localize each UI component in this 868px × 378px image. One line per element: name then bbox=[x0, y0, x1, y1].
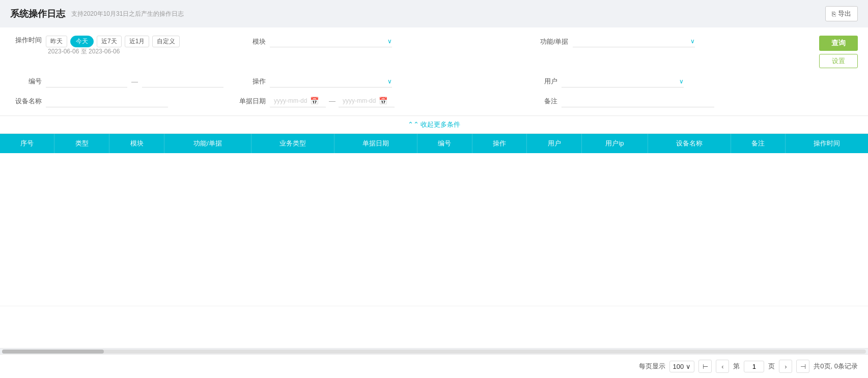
calendar-start-icon[interactable]: 📅 bbox=[310, 97, 319, 105]
operation-select-value bbox=[270, 80, 385, 82]
page-size-value: 100 bbox=[673, 363, 684, 370]
page-header: 系统操作日志 支持2020年10月31日之后产生的操作日志 ⎘ 导出 bbox=[0, 0, 868, 27]
export-button[interactable]: ⎘ 导出 bbox=[825, 6, 858, 21]
doc-date-start-text: yyyy-mm-dd bbox=[274, 97, 307, 104]
scrollbar-thumb[interactable] bbox=[2, 350, 104, 354]
doc-date-end-input[interactable]: yyyy-mm-dd 📅 bbox=[339, 95, 395, 107]
device-label: 设备名称 bbox=[10, 97, 46, 106]
module-chevron-icon: ∨ bbox=[387, 38, 392, 45]
doc-date-end-text: yyyy-mm-dd bbox=[343, 97, 376, 104]
export-label: 导出 bbox=[838, 9, 851, 18]
time-filter: 昨天 今天 近7天 近1月 自定义 2023-06-06 至 2023-06-0… bbox=[46, 36, 180, 56]
operation-select[interactable]: ∨ bbox=[270, 76, 392, 88]
col-seq: 序号 bbox=[0, 134, 54, 153]
prev-page-button[interactable]: ‹ bbox=[716, 360, 729, 373]
code-label: 编号 bbox=[10, 77, 46, 86]
module-select[interactable]: ∨ bbox=[270, 36, 392, 47]
time-btn-today[interactable]: 今天 bbox=[70, 36, 94, 47]
operation-label: 操作 bbox=[234, 77, 270, 86]
remark-label: 备注 bbox=[516, 97, 562, 106]
time-btn-yesterday[interactable]: 昨天 bbox=[46, 36, 67, 47]
total-info: 共0页, 0条记录 bbox=[814, 362, 858, 371]
doc-date-label: 单据日期 bbox=[234, 97, 270, 106]
horizontal-scrollbar[interactable] bbox=[0, 348, 868, 354]
module-label: 模块 bbox=[234, 37, 270, 46]
col-user-ip: 用户ip bbox=[582, 134, 648, 153]
query-button[interactable]: 查询 bbox=[819, 36, 858, 51]
settings-button[interactable]: 设置 bbox=[819, 54, 858, 68]
time-btn-1month[interactable]: 近1月 bbox=[125, 36, 150, 47]
time-range-display: 2023-06-06 至 2023-06-06 bbox=[48, 47, 180, 56]
function-chevron-icon: ∨ bbox=[690, 38, 695, 45]
last-page-button[interactable]: ⊣ bbox=[796, 360, 809, 373]
function-select[interactable]: ∨ bbox=[573, 36, 695, 47]
table-header-row: 序号 类型 模块 功能/单据 业务类型 单据日期 编号 操作 用户 用户ip 设… bbox=[0, 134, 868, 153]
empty-data-area bbox=[0, 153, 868, 306]
time-btn-custom[interactable]: 自定义 bbox=[152, 36, 180, 47]
device-input[interactable] bbox=[46, 95, 168, 107]
col-type: 类型 bbox=[54, 134, 109, 153]
page-word-label: 第 bbox=[733, 362, 740, 371]
function-label: 功能/单据 bbox=[527, 37, 573, 46]
action-buttons: 查询 设置 bbox=[819, 36, 858, 68]
page-size-select[interactable]: 100 ∨ bbox=[669, 361, 695, 372]
page-number-input[interactable] bbox=[744, 361, 764, 372]
col-device: 设备名称 bbox=[648, 134, 731, 153]
user-label: 用户 bbox=[516, 77, 562, 86]
pagination-bar: 每页显示 100 ∨ ⊢ ‹ 第 页 › ⊣ 共0页, 0条记录 bbox=[0, 354, 868, 378]
function-select-value bbox=[573, 40, 688, 42]
export-icon: ⎘ bbox=[832, 10, 836, 18]
col-code: 编号 bbox=[417, 134, 472, 153]
date-dash: — bbox=[329, 97, 335, 105]
time-btn-7days[interactable]: 近7天 bbox=[97, 36, 122, 47]
col-user: 用户 bbox=[527, 134, 582, 153]
col-remark: 备注 bbox=[731, 134, 786, 153]
calendar-end-icon[interactable]: 📅 bbox=[379, 97, 387, 105]
code-input-end[interactable] bbox=[142, 75, 223, 88]
page-size-chevron-icon: ∨ bbox=[686, 363, 691, 370]
user-select[interactable]: ∨ bbox=[562, 76, 684, 88]
col-doc-date: 单据日期 bbox=[334, 134, 417, 153]
collapse-label: 收起更多条件 bbox=[421, 121, 460, 128]
code-dash: — bbox=[131, 78, 138, 85]
filter-area: 操作时间 昨天 今天 近7天 近1月 自定义 2023-06-06 至 2023… bbox=[0, 27, 868, 116]
doc-date-range: yyyy-mm-dd 📅 — yyyy-mm-dd 📅 bbox=[270, 95, 395, 107]
collapse-bar[interactable]: ⌃⌃ 收起更多条件 bbox=[0, 116, 868, 134]
operation-chevron-icon: ∨ bbox=[387, 78, 392, 85]
page-unit-label: 页 bbox=[768, 362, 775, 371]
remark-input[interactable] bbox=[562, 95, 714, 107]
first-page-button[interactable]: ⊢ bbox=[698, 360, 712, 373]
title-area: 系统操作日志 支持2020年10月31日之后产生的操作日志 bbox=[10, 8, 184, 20]
col-operation: 操作 bbox=[472, 134, 527, 153]
scrollbar-track[interactable] bbox=[2, 350, 866, 354]
col-op-time: 操作时间 bbox=[786, 134, 868, 153]
time-label: 操作时间 bbox=[10, 36, 46, 45]
module-select-value bbox=[270, 40, 385, 42]
collapse-icon: ⌃⌃ bbox=[408, 121, 421, 128]
col-module: 模块 bbox=[109, 134, 164, 153]
data-table: 序号 类型 模块 功能/单据 业务类型 单据日期 编号 操作 用户 用户ip 设… bbox=[0, 134, 868, 306]
page-subtitle: 支持2020年10月31日之后产生的操作日志 bbox=[71, 10, 184, 18]
user-select-value bbox=[562, 80, 677, 82]
table-container: 序号 类型 模块 功能/单据 业务类型 单据日期 编号 操作 用户 用户ip 设… bbox=[0, 134, 868, 348]
col-function: 功能/单据 bbox=[164, 134, 251, 153]
next-page-button[interactable]: › bbox=[779, 360, 792, 373]
page-title: 系统操作日志 bbox=[10, 8, 65, 20]
user-chevron-icon: ∨ bbox=[679, 78, 684, 85]
page-size-label: 每页显示 bbox=[639, 362, 665, 371]
code-input-start[interactable] bbox=[46, 75, 127, 88]
doc-date-start-input[interactable]: yyyy-mm-dd 📅 bbox=[270, 95, 326, 107]
col-biz-type: 业务类型 bbox=[251, 134, 334, 153]
